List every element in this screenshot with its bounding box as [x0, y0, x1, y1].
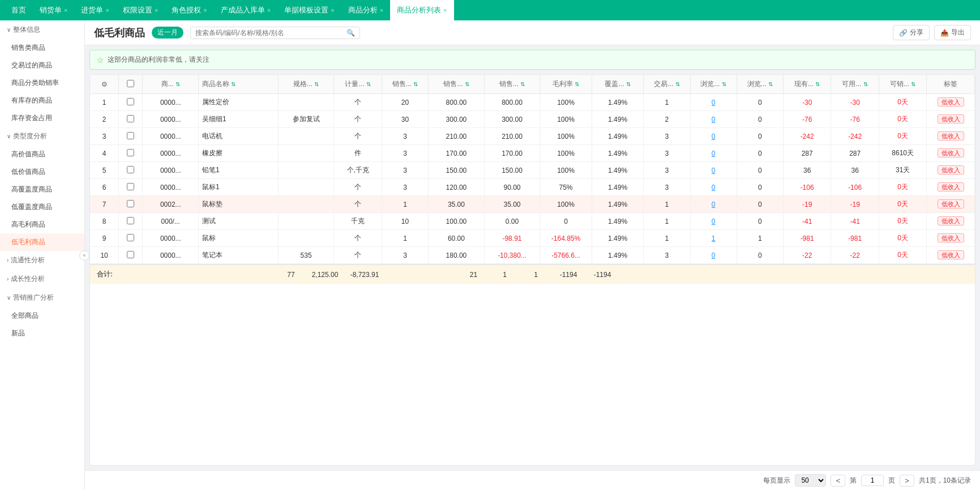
col-header-unit[interactable]: 计量... ⇅ — [334, 75, 382, 94]
nav-product-analysis-list[interactable]: 商品分析列表 × — [390, 0, 453, 20]
cell-check[interactable] — [119, 247, 143, 264]
select-all-checkbox[interactable] — [127, 80, 134, 87]
col-header-spec[interactable]: 规格... ⇅ — [278, 75, 334, 94]
sidebar-item-category-rate[interactable]: 商品分类助销率 — [0, 74, 84, 92]
sidebar-item-in-stock[interactable]: 有库存的商品 — [0, 92, 84, 109]
sidebar-group-circulation[interactable]: › 流通性分析 — [0, 251, 84, 270]
sidebar-item-high-margin[interactable]: 高毛利商品 — [0, 216, 84, 233]
row-checkbox[interactable] — [127, 166, 134, 173]
cell-check[interactable] — [119, 111, 143, 128]
cell-name[interactable]: 铅笔1 — [199, 162, 279, 179]
nav-sales-order[interactable]: 销货单 × — [33, 0, 74, 20]
nav-permissions[interactable]: 权限设置 × — [116, 0, 165, 20]
cell-name[interactable]: 属性定价 — [199, 94, 279, 111]
close-icon[interactable]: × — [203, 7, 207, 14]
col-header-coverage[interactable]: 覆盖... ⇅ — [592, 75, 644, 94]
sidebar-item-inventory-capital[interactable]: 库存资金占用 — [0, 109, 84, 127]
sidebar-group-marketing[interactable]: ∨ 营销推广分析 — [0, 288, 84, 307]
page-size-select[interactable]: 50 100 200 — [795, 474, 826, 487]
row-checkbox[interactable] — [127, 149, 134, 156]
cell-name[interactable]: 鼠标垫 — [199, 196, 279, 213]
date-tag[interactable]: 近一月 — [152, 27, 183, 39]
cell-check[interactable] — [119, 162, 143, 179]
cell-check[interactable] — [119, 94, 143, 111]
row-checkbox[interactable] — [127, 251, 134, 258]
row-checkbox[interactable] — [127, 115, 134, 122]
sidebar-item-high-coverage[interactable]: 高覆盖度商品 — [0, 181, 84, 198]
cell-browse1[interactable]: 0 — [690, 162, 737, 179]
close-icon[interactable]: × — [331, 7, 334, 14]
cell-browse1[interactable]: 0 — [690, 94, 737, 111]
next-page-button[interactable]: > — [900, 475, 914, 487]
col-header-code[interactable]: 商... ⇅ — [143, 75, 199, 94]
page-number-input[interactable] — [861, 475, 884, 486]
close-icon[interactable]: × — [155, 7, 158, 14]
nav-role-auth[interactable]: 角色授权 × — [165, 0, 213, 20]
search-input[interactable] — [195, 29, 346, 37]
share-button[interactable]: 🔗 分享 — [893, 25, 930, 40]
sidebar-item-all-products[interactable]: 全部商品 — [0, 307, 84, 325]
col-header-name[interactable]: 商品名称 ⇅ — [199, 75, 279, 94]
settings-icon[interactable]: ⚙ — [101, 80, 108, 88]
cell-browse1[interactable]: 0 — [690, 145, 737, 162]
sidebar-collapse-button[interactable]: « — [79, 250, 89, 261]
cell-check[interactable] — [119, 196, 143, 213]
row-checkbox[interactable] — [127, 234, 134, 241]
cell-check[interactable] — [119, 213, 143, 230]
close-icon[interactable]: × — [380, 7, 383, 14]
cell-name[interactable]: 笔记本 — [199, 247, 279, 264]
col-header-sales-amount[interactable]: 销售... ⇅ — [429, 75, 485, 94]
col-header-stock[interactable]: 现有... ⇅ — [783, 75, 831, 94]
col-header-sales-qty[interactable]: 销售... ⇅ — [382, 75, 428, 94]
sidebar-item-traded-products[interactable]: 交易过的商品 — [0, 57, 84, 74]
cell-browse1[interactable]: 0 — [690, 179, 737, 196]
cell-browse1[interactable]: 1 — [690, 230, 737, 247]
col-header-browse1[interactable]: 浏览... ⇅ — [690, 75, 737, 94]
sidebar-group-overall[interactable]: ∨ 整体信息 — [0, 20, 84, 39]
prev-page-button[interactable]: < — [831, 475, 845, 487]
close-icon[interactable]: × — [267, 7, 271, 14]
sidebar-item-low-margin[interactable]: 低毛利商品 — [0, 233, 84, 251]
close-icon[interactable]: × — [105, 7, 109, 14]
sidebar-item-high-value[interactable]: 高价值商品 — [0, 146, 84, 163]
cell-name[interactable]: 测试 — [199, 213, 279, 230]
close-icon[interactable]: × — [443, 7, 447, 14]
close-icon[interactable]: × — [64, 7, 67, 14]
nav-home[interactable]: 首页 — [5, 0, 33, 20]
nav-template-settings[interactable]: 单据模板设置 × — [277, 0, 341, 20]
nav-purchase-order[interactable]: 进货单 × — [74, 0, 115, 20]
cell-name[interactable]: 鼠标1 — [199, 179, 279, 196]
col-header-sale-days[interactable]: 可销... ⇅ — [879, 75, 927, 94]
sidebar-item-low-coverage[interactable]: 低覆盖度商品 — [0, 198, 84, 216]
col-header-sales-profit[interactable]: 销售... ⇅ — [484, 75, 540, 94]
cell-browse1[interactable]: 0 — [690, 111, 737, 128]
cell-browse1[interactable]: 0 — [690, 213, 737, 230]
col-header-profit-rate[interactable]: 毛利率 ⇅ — [540, 75, 592, 94]
col-header-trans[interactable]: 交易... ⇅ — [644, 75, 690, 94]
col-header-available[interactable]: 可用... ⇅ — [831, 75, 879, 94]
nav-product-stock[interactable]: 产成品入库单 × — [214, 0, 277, 20]
sidebar-item-sales-products[interactable]: 销售类商品 — [0, 39, 84, 57]
sidebar-group-growth[interactable]: › 成长性分析 — [0, 270, 84, 288]
sidebar-item-low-value[interactable]: 低价值商品 — [0, 163, 84, 181]
cell-browse1[interactable]: 0 — [690, 128, 737, 145]
cell-name[interactable]: 吴细细1 — [199, 111, 279, 128]
nav-product-analysis[interactable]: 商品分析 × — [341, 0, 390, 20]
export-button[interactable]: 📤 导出 — [934, 25, 971, 40]
cell-name[interactable]: 橡皮擦 — [199, 145, 279, 162]
cell-check[interactable] — [119, 230, 143, 247]
cell-browse1[interactable]: 0 — [690, 196, 737, 213]
row-checkbox[interactable] — [127, 98, 134, 105]
row-checkbox[interactable] — [127, 183, 134, 190]
row-checkbox[interactable] — [127, 217, 134, 224]
sidebar-group-type-analysis[interactable]: ∨ 类型度分析 — [0, 127, 84, 146]
cell-name[interactable]: 电话机 — [199, 128, 279, 145]
col-header-browse2[interactable]: 浏览... ⇅ — [737, 75, 783, 94]
cell-check[interactable] — [119, 128, 143, 145]
cell-check[interactable] — [119, 145, 143, 162]
cell-browse1[interactable]: 0 — [690, 247, 737, 264]
cell-check[interactable] — [119, 179, 143, 196]
sidebar-item-new-products[interactable]: 新品 — [0, 325, 84, 342]
row-checkbox[interactable] — [127, 200, 134, 207]
row-checkbox[interactable] — [127, 132, 134, 139]
